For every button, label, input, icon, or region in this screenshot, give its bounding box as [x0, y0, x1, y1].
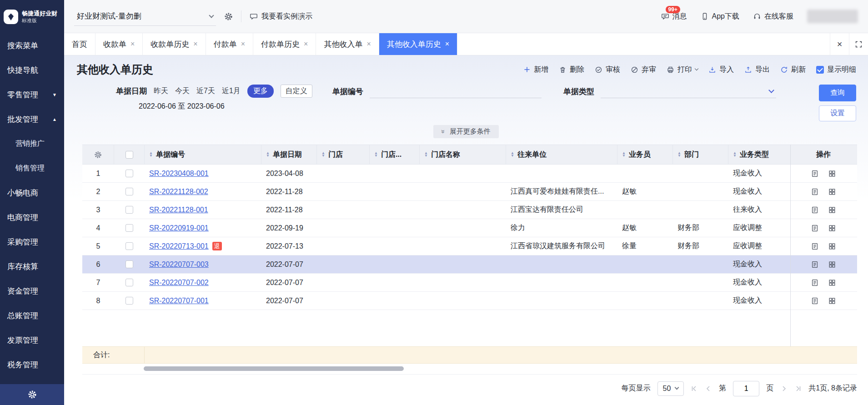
doc-code-link[interactable]: SR-20221128-002 — [149, 188, 208, 196]
date-option[interactable]: 自定义 — [281, 85, 312, 98]
checkbox-checked-icon[interactable] — [816, 66, 824, 74]
view-doc-icon[interactable] — [811, 260, 819, 269]
sidebar-menu-item[interactable]: 库存核算 — [0, 254, 64, 279]
tab-close-icon[interactable]: × — [241, 40, 245, 48]
doc-type-select[interactable] — [601, 85, 776, 98]
doc-code-link[interactable]: SR-20220707-003 — [149, 260, 209, 269]
tab-close-icon[interactable]: × — [366, 40, 371, 48]
table-column-settings-button[interactable] — [82, 145, 114, 164]
row-checkbox[interactable] — [114, 255, 145, 273]
sidebar-menu-item[interactable]: 零售管理 ▼ — [0, 82, 64, 107]
view-doc-icon[interactable] — [811, 170, 819, 178]
import-button[interactable]: 导入 — [708, 65, 734, 75]
sort-icon[interactable]: ▲▼ — [424, 152, 428, 157]
tab-close-icon[interactable]: × — [304, 40, 308, 48]
row-checkbox[interactable] — [114, 292, 145, 310]
sort-icon[interactable]: ▲▼ — [733, 152, 737, 157]
related-docs-icon[interactable] — [828, 242, 836, 250]
related-docs-icon[interactable] — [828, 224, 836, 232]
table-row[interactable]: 3 SR-20221128-001 2022-11-28 江西宝达有限责任公司 — [82, 201, 857, 219]
row-checkbox[interactable] — [114, 165, 145, 182]
date-option[interactable]: 近7天 — [196, 86, 215, 96]
table-row[interactable]: 8 SR-20220707-001 2022-07-07 现 — [82, 292, 857, 310]
view-doc-icon[interactable] — [811, 206, 819, 214]
sidebar-menu-item[interactable]: 资金管理 — [0, 279, 64, 303]
add-button[interactable]: 新增 — [523, 65, 548, 75]
expand-more-button[interactable]: » 展开更多条件 — [433, 125, 498, 138]
close-tabs-button[interactable]: × — [830, 33, 849, 55]
date-option[interactable]: 更多 — [247, 85, 274, 98]
column-header-partner[interactable]: ▲▼往来单位 — [506, 145, 617, 164]
document-tab[interactable]: 首页 × — [64, 33, 95, 55]
doc-no-input[interactable] — [370, 85, 542, 98]
row-checkbox[interactable] — [114, 237, 145, 255]
sidebar-menu-item[interactable]: 税务管理 — [0, 352, 64, 377]
document-tab[interactable]: 其他收入单 × — [316, 33, 379, 55]
delete-button[interactable]: 删除 — [559, 65, 584, 75]
table-row[interactable]: 5 SR-20220713-001 退 2022-07-13 江西省琼汉建筑服务… — [82, 237, 857, 255]
doc-code-link[interactable]: SR-20220707-002 — [149, 279, 209, 287]
document-tab[interactable]: 其他收入单历史 × — [379, 33, 457, 55]
view-doc-icon[interactable] — [811, 224, 819, 232]
show-detail-toggle[interactable]: 显示明细 — [816, 65, 856, 75]
table-row[interactable]: 1 SR-20230408-001 2023-04-08 现 — [82, 165, 857, 183]
company-select[interactable]: 好业财测试-量勿删 — [74, 7, 216, 26]
date-option[interactable]: 昨天 — [154, 86, 168, 96]
sidebar-menu-item[interactable]: 快捷导航 — [0, 58, 64, 82]
sidebar-menu-item[interactable]: 采购管理 — [0, 230, 64, 254]
settings-button[interactable]: 设置 — [819, 105, 856, 121]
document-tab[interactable]: 收款单历史 × — [143, 33, 206, 55]
table-row[interactable]: 2 SR-20221128-002 2022-11-28 江西真可爱布娃娃有限责… — [82, 183, 857, 201]
doc-code-link[interactable]: SR-20220919-001 — [149, 224, 209, 232]
column-header-store[interactable]: ▲▼门店 — [317, 145, 370, 164]
demo-link[interactable]: 我要看实例演示 — [250, 12, 312, 21]
document-tab[interactable]: 收款单 × — [95, 33, 143, 55]
column-header-store2[interactable]: ▲▼门店... — [370, 145, 420, 164]
tab-close-icon[interactable]: × — [445, 40, 449, 48]
sidebar-settings-button[interactable] — [0, 384, 64, 405]
doc-code-link[interactable]: SR-20221128-001 — [149, 206, 208, 214]
topbar-gear-button[interactable] — [224, 12, 233, 21]
document-tab[interactable]: 付款单 × — [206, 33, 253, 55]
app-download-button[interactable]: App下载 — [701, 12, 739, 21]
related-docs-icon[interactable] — [828, 188, 836, 196]
export-button[interactable]: 导出 — [744, 65, 770, 75]
sort-icon[interactable]: ▲▼ — [374, 152, 378, 157]
print-button[interactable]: 打印 — [667, 65, 698, 75]
last-page-button[interactable] — [794, 385, 802, 392]
related-docs-icon[interactable] — [828, 297, 836, 305]
sidebar-menu-item[interactable]: 批发管理 ▲ — [0, 107, 64, 131]
doc-code-link[interactable]: SR-20220707-001 — [149, 297, 209, 305]
fullscreen-button[interactable] — [849, 33, 868, 55]
horizontal-scrollbar-thumb[interactable] — [144, 366, 404, 371]
user-account-menu[interactable] — [807, 10, 858, 23]
column-header-salesman[interactable]: ▲▼业务员 — [617, 145, 673, 164]
sort-icon[interactable]: ▲▼ — [511, 152, 514, 157]
sort-icon[interactable]: ▲▼ — [677, 152, 681, 157]
query-button[interactable]: 查询 — [819, 85, 856, 101]
table-row[interactable]: 6 SR-20220707-003 2022-07-07 现 — [82, 255, 857, 274]
online-service-button[interactable]: 在线客服 — [753, 12, 793, 21]
related-docs-icon[interactable] — [828, 206, 836, 214]
related-docs-icon[interactable] — [828, 279, 836, 287]
view-doc-icon[interactable] — [811, 188, 819, 196]
sort-icon[interactable]: ▲▼ — [149, 152, 153, 157]
row-checkbox[interactable] — [114, 183, 145, 200]
view-doc-icon[interactable] — [811, 279, 819, 287]
row-checkbox[interactable] — [114, 219, 145, 237]
doc-code-link[interactable]: SR-20230408-001 — [149, 170, 209, 178]
sidebar-menu-item[interactable]: 总账管理 — [0, 303, 64, 328]
column-header-doc-date[interactable]: ▲▼单据日期 — [261, 145, 317, 164]
column-header-store-name[interactable]: ▲▼门店名称 — [420, 145, 506, 164]
sidebar-menu-item[interactable]: 搜索菜单 — [0, 33, 64, 58]
view-doc-icon[interactable] — [811, 297, 819, 305]
sort-icon[interactable]: ▲▼ — [622, 152, 626, 157]
audit-button[interactable]: 审核 — [595, 65, 620, 75]
view-doc-icon[interactable] — [811, 242, 819, 250]
table-row[interactable]: 4 SR-20220919-001 2022-09-19 徐力 赵敏 财务部 — [82, 219, 857, 237]
column-header-biz-type[interactable]: ▲▼业务类型 — [728, 145, 791, 164]
sort-icon[interactable]: ▲▼ — [321, 152, 325, 157]
row-checkbox[interactable] — [114, 201, 145, 219]
sidebar-menu-item[interactable]: 小畅电商 — [0, 180, 64, 205]
date-option[interactable]: 今天 — [175, 86, 190, 96]
